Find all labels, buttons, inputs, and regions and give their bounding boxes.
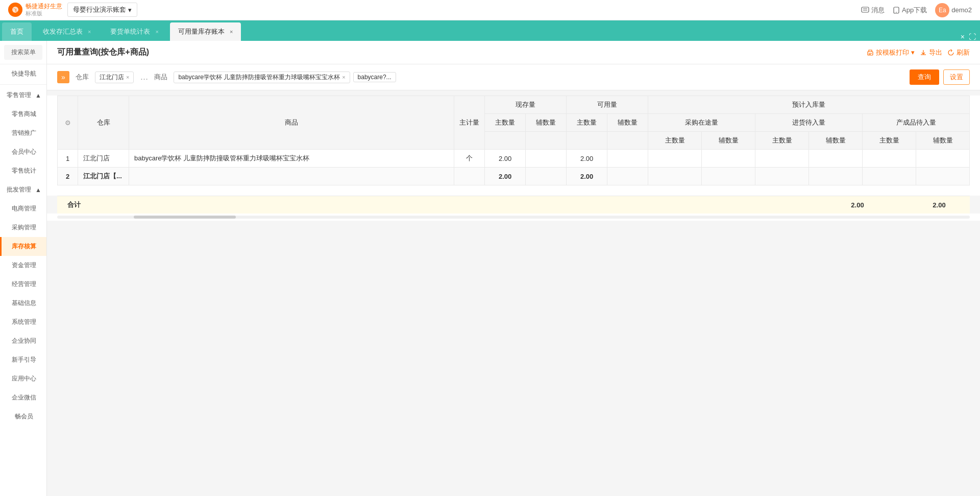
dropdown-icon: ▾ [128,6,132,14]
scrollbar-thumb[interactable] [134,216,236,219]
search-menu-btn[interactable]: 搜索菜单 [4,45,42,60]
row1-prod-aux [916,150,970,168]
print-btn[interactable]: 按模板打印 ▾ [867,48,915,57]
tab-available-stock-close[interactable]: × [230,29,233,35]
th-stock-main: 主数量 [485,114,526,132]
sidebar-item-enterprise[interactable]: 企业协同 [0,332,46,350]
row2-prod-main [863,168,916,185]
expand-btn[interactable]: » [57,71,69,83]
settings-btn[interactable]: 设置 [943,69,970,85]
export-label: 导出 [929,48,942,57]
message-label: 消息 [871,6,885,15]
th-settings-icon[interactable]: ⚙ [58,96,78,150]
purchase-label: 采购管理 [12,224,36,231]
sidebar-item-wholesale[interactable]: 批发管理 ▲ [0,180,46,199]
tab-receivables-close[interactable]: × [88,29,91,35]
th-avail-aux: 辅数量 [607,114,648,132]
svg-rect-2 [862,7,869,12]
sidebar-item-newcomer[interactable]: 新手引导 [0,350,46,369]
th-incoming: 进货待入量 [755,114,863,132]
scrollbar-track[interactable] [57,216,970,219]
product-tag-0[interactable]: babycare学饮杯 儿童防摔防撞吸管杯重力球吸嘴杯宝宝水杯 × [174,72,350,83]
svg-point-4 [896,12,897,13]
industry-label: 母婴行业演示账套 [73,5,126,14]
row2-product [129,168,454,185]
tab-home[interactable]: 首页 [2,22,32,41]
th-stock-main2 [485,132,526,150]
sidebar-item-operations[interactable]: 经营管理 [0,275,46,294]
page-title: 可用量查询(按仓库+商品) [57,47,149,58]
sidebar-item-retail-mgmt[interactable]: 零售管理 ▲ [0,86,46,105]
filter-more-btn[interactable]: … [140,73,148,82]
th-production: 产成品待入量 [863,114,970,132]
refresh-btn[interactable]: 刷新 [947,48,970,57]
marketing-label: 营销推广 [12,129,36,136]
top-bar-right: 消息 App下载 Ea demo2 [861,3,972,17]
footer-label: 合计 [67,200,169,209]
row1-pt-main [648,150,702,168]
row2-num: 2 [58,168,78,185]
tab-receivables-label: 收发存汇总表 [43,27,83,36]
sidebar-item-member[interactable]: 会员中心 [0,143,46,161]
user-area[interactable]: Ea demo2 [935,3,972,17]
sidebar-item-retail-mall[interactable]: 零售商城 [0,105,46,124]
tab-available-stock[interactable]: 可用量库存账本 × [170,22,241,41]
row2-warehouse: 江北门店【... [78,168,129,185]
sidebar-item-basic-info[interactable]: 基础信息 [0,294,46,313]
quick-nav-label: 快捷导航 [12,70,36,77]
print-label: 按模板打印 [876,48,909,57]
row1-ip-aux [809,150,863,168]
tab-orders-close[interactable]: × [155,29,158,35]
sidebar-item-finance[interactable]: 资金管理 [0,256,46,275]
close-all-btn[interactable]: × [961,33,965,41]
sidebar-item-inventory[interactable]: 库存核算 [0,237,46,256]
export-btn[interactable]: 导出 [920,48,942,57]
th-pt-main: 主数量 [648,132,702,150]
table-container: ⚙ 仓库 商品 主计量 现存量 [47,96,980,196]
sidebar-item-purchase[interactable]: 采购管理 [0,218,46,237]
ecommerce-label: 电商管理 [12,205,36,212]
tab-home-label: 首页 [10,27,23,36]
logo-sub: 标准版 [26,10,62,17]
industry-selector[interactable]: 母婴行业演示账套 ▾ [67,3,137,17]
sidebar-divider-1 [0,84,46,85]
message-btn[interactable]: 消息 [861,6,885,15]
col-settings-icon[interactable]: ⚙ [65,119,71,127]
app-center-label: 应用中心 [12,375,36,382]
member2-label: 畅会员 [15,413,33,420]
row2-stock-main: 2.00 [485,168,526,185]
sidebar-item-retail-stats[interactable]: 零售统计 [0,161,46,180]
sidebar-item-wechat[interactable]: 企业微信 [0,388,46,407]
warehouse-tag-0[interactable]: 江北门店 × [95,72,134,83]
th-avail-aux2 [607,132,648,150]
sidebar-item-marketing[interactable]: 营销推广 [0,124,46,143]
th-current-stock: 现存量 [485,96,567,114]
sidebar-item-ecommerce[interactable]: 电商管理 [0,199,46,218]
svg-rect-7 [869,54,871,55]
inventory-label: 库存核算 [12,243,36,250]
tab-receivables[interactable]: 收发存汇总表 × [35,22,99,41]
sidebar-item-member2[interactable]: 畅会员 [0,407,46,426]
app-download-btn[interactable]: App下载 [893,6,927,15]
product-tag-1[interactable]: babycare?... [353,72,396,82]
row1-stock-main: 2.00 [485,150,526,168]
filter-bar: » 仓库 江北门店 × … 商品 babycare学饮杯 儿童防摔防撞吸管杯重力… [47,64,980,90]
th-stock-aux: 辅数量 [526,114,567,132]
product-tag-0-remove[interactable]: × [342,74,345,80]
row2-pt-main [648,168,702,185]
sidebar-item-app-center[interactable]: 应用中心 [0,369,46,388]
th-ip-aux: 辅数量 [809,132,863,150]
sidebar-item-system[interactable]: 系统管理 [0,313,46,332]
th-avail-main2 [567,132,607,150]
maximize-btn[interactable]: ⛶ [969,33,976,41]
export-icon [920,49,927,56]
tab-orders[interactable]: 要货单统计表 × [102,22,166,41]
sidebar-search: 搜索菜单 [0,41,46,64]
top-bar: 飞 畅捷通好生意 标准版 母婴行业演示账套 ▾ 消息 App下载 Ea demo… [0,0,980,20]
query-btn[interactable]: 查询 [910,69,939,85]
scrollbar-area [47,214,980,221]
page-actions: 按模板打印 ▾ 导出 刷新 [867,48,970,57]
sidebar-item-quick-nav[interactable]: 快捷导航 [0,64,46,83]
warehouse-tag-0-remove[interactable]: × [126,74,129,80]
product-filter-label: 商品 [154,73,167,82]
